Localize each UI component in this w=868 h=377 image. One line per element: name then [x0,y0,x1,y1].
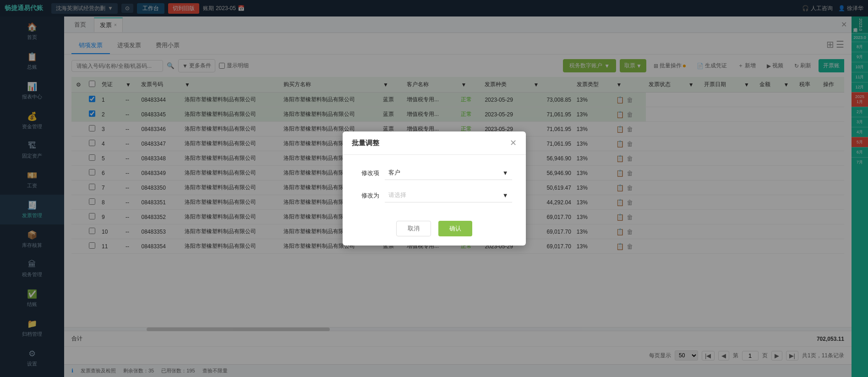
batch-adjust-modal: 批量调整 ✕ 修改项 客户 ▼ 修改为 请选择 ▼ 取消 确认 [343,131,526,246]
modal-footer: 取消 确认 [343,213,526,246]
cancel-btn[interactable]: 取消 [396,221,431,236]
modal-body: 修改项 客户 ▼ 修改为 请选择 ▼ [343,155,526,213]
modal-row-modify-item: 修改项 客户 ▼ [356,166,512,180]
modify-to-select[interactable]: 请选择 ▼ [385,188,512,202]
modal-overlay: 批量调整 ✕ 修改项 客户 ▼ 修改为 请选择 ▼ 取消 确认 [0,0,868,377]
confirm-btn[interactable]: 确认 [438,221,472,236]
modal-row-modify-to: 修改为 请选择 ▼ [356,188,512,202]
modify-item-dropdown-icon: ▼ [502,169,508,176]
modify-item-label: 修改项 [356,169,379,177]
modal-title: 批量调整 [352,139,379,148]
modify-item-select[interactable]: 客户 ▼ [385,166,512,180]
modal-close-btn[interactable]: ✕ [510,138,517,148]
modify-to-label: 修改为 [356,191,379,200]
modify-to-dropdown-icon: ▼ [502,192,508,199]
modal-header: 批量调整 ✕ [343,131,526,155]
modify-to-placeholder: 请选择 [388,191,406,199]
modify-item-value: 客户 [388,169,400,177]
